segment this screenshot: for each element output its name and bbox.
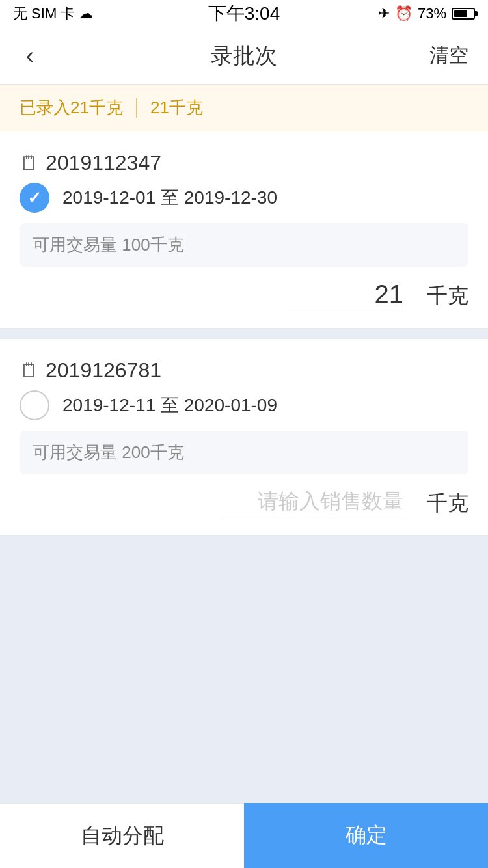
batch-1-doc-icon: 🗒 — [20, 152, 39, 174]
batch-2-quantity-placeholder[interactable]: 请输入销售数量 — [258, 487, 403, 516]
batch-1-date: 2019-12-01 至 2019-12-30 — [62, 185, 277, 210]
confirm-button[interactable]: 确定 — [244, 803, 488, 868]
batch-card-2: 🗒 2019126781 2019-12-11 至 2020-01-09 可用交… — [0, 339, 488, 474]
batch-1-header: 🗒 2019112347 — [20, 151, 468, 175]
batch-2-radio[interactable] — [20, 390, 49, 420]
check-icon: ✓ — [27, 188, 42, 208]
batch-2-doc-icon: 🗒 — [20, 360, 39, 382]
status-left: 无 SIM 卡 ☁ — [13, 4, 93, 23]
auto-distribute-button[interactable]: 自动分配 — [0, 803, 244, 868]
batch-2-unit: 千克 — [427, 489, 468, 518]
section-separator-1 — [0, 329, 488, 339]
back-button[interactable]: ‹ — [20, 36, 40, 76]
batch-2-date-row: 2019-12-11 至 2020-01-09 — [20, 390, 468, 420]
amount-label: 21千克 — [150, 96, 203, 119]
recorded-label: 已录入21千克 — [20, 96, 123, 119]
batch-2-date: 2019-12-11 至 2020-01-09 — [62, 393, 277, 418]
batch-1-quantity-underline — [286, 312, 403, 312]
clear-button[interactable]: 清空 — [429, 42, 468, 69]
nav-bar: ‹ 录批次 清空 — [0, 27, 488, 85]
location-icon: ✈ — [378, 5, 390, 22]
batch-2-quantity-row: 请输入销售数量 千克 — [0, 474, 488, 536]
section-separator-2 — [0, 536, 488, 546]
batch-2-available: 可用交易量 200千克 — [20, 431, 468, 474]
batch-1-quantity-value[interactable]: 21 — [375, 280, 404, 309]
battery-percent: 73% — [418, 5, 446, 22]
batch-1-unit: 千克 — [427, 282, 468, 310]
info-divider — [136, 98, 137, 118]
batch-1-radio[interactable]: ✓ — [20, 183, 49, 213]
info-banner: 已录入21千克 21千克 — [0, 85, 488, 131]
page-title: 录批次 — [211, 41, 277, 71]
batch-card-1: 🗒 2019112347 ✓ 2019-12-01 至 2019-12-30 可… — [0, 131, 488, 267]
empty-area — [0, 546, 488, 832]
batch-1-quantity-row: 21 千克 — [0, 267, 488, 329]
bottom-buttons: 自动分配 确定 — [0, 803, 488, 868]
batch-1-available: 可用交易量 100千克 — [20, 223, 468, 267]
batch-2-id: 2019126781 — [46, 359, 161, 383]
batch-1-id: 2019112347 — [46, 151, 161, 175]
status-time: 下午3:04 — [208, 1, 280, 26]
batch-2-header: 🗒 2019126781 — [20, 359, 468, 383]
battery-icon — [452, 8, 475, 20]
alarm-icon: ⏰ — [395, 5, 413, 22]
batch-1-date-row: ✓ 2019-12-01 至 2019-12-30 — [20, 183, 468, 213]
status-right: ✈ ⏰ 73% — [378, 5, 475, 22]
status-bar: 无 SIM 卡 ☁ 下午3:04 ✈ ⏰ 73% — [0, 0, 488, 27]
batch-2-quantity-underline — [221, 519, 403, 519]
sim-status: 无 SIM 卡 ☁ — [13, 4, 93, 23]
